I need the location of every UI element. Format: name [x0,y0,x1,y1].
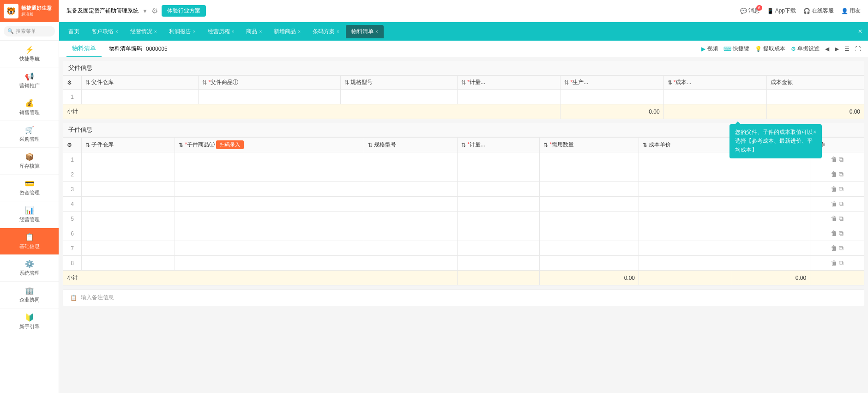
trial-button[interactable]: 体验行业方案 [162,5,206,17]
child-subtotal-label: 小计 [63,271,458,285]
list-view-btn[interactable]: ☰ [844,46,850,52]
tooltip-close[interactable]: × [813,128,816,137]
tab-new-goods-close[interactable]: × [298,29,301,34]
tab-operation-label: 经营情况 [130,28,152,36]
nav-tabs: 首页 客户联络 × 经营情况 × 利润报告 × 经营历程 × 商品 × 新增商品… [59,22,868,41]
copy-icon-r3[interactable]: ⧉ [839,185,844,193]
tab-barcode-close[interactable]: × [337,29,339,34]
delete-icon-r3[interactable]: 🗑 [831,185,837,193]
tab-operation-close[interactable]: × [154,29,157,34]
tab-operation[interactable]: 经营情况 × [125,25,163,38]
app-download-action[interactable]: 📱 App下载 [767,7,796,15]
tab-profit[interactable]: 利润报告 × [163,25,201,38]
tab-barcode[interactable]: 条码方案 × [307,25,345,38]
action-cost[interactable]: 💡 提取成本 [755,45,785,53]
copy-icon-r5[interactable]: ⧉ [839,215,844,223]
copy-icon-r6[interactable]: ⧉ [839,230,844,237]
sidebar-logo: 🐯 畅捷通好生意 标准版 [0,0,59,22]
delete-icon-r1[interactable]: 🗑 [831,156,837,163]
search-label: 搜索菜单 [16,28,36,35]
child-col-settings[interactable]: ⚙ [63,138,82,152]
delete-icon-r6[interactable]: 🗑 [831,230,837,237]
child-r1-spec[interactable] [364,152,457,167]
sidebar-item-system[interactable]: ⚙️ 系统管理 [0,255,59,282]
scan-button[interactable]: 扫码录入 [216,140,244,149]
sales-icon: 💰 [25,99,34,108]
close-all-tabs[interactable]: ✕ [856,26,864,36]
search-button[interactable]: 🔍 搜索菜单 [4,26,55,36]
tab-profit-close[interactable]: × [193,29,196,34]
copy-icon-r4[interactable]: ⧉ [839,200,844,208]
parent-cell-spec[interactable] [340,90,457,104]
parent-section-title: 父件信息 [63,61,864,75]
parent-cell-cost[interactable] [663,90,766,104]
copy-icon-r1[interactable]: ⧉ [839,156,844,163]
dropdown-icon[interactable]: ▼ [142,8,148,14]
child-r1-unit[interactable] [458,152,540,167]
sidebar-item-sales[interactable]: 💰 销售管理 [0,94,59,121]
sidebar-item-guide[interactable]: 🔰 新手引导 [0,308,59,335]
child-r2-unitprice[interactable] [639,167,732,182]
subtab-bom[interactable]: 物料清单 [66,41,102,57]
delete-icon-r4[interactable]: 🗑 [831,200,837,208]
parent-cell-goods[interactable] [199,90,341,104]
delete-icon-r5[interactable]: 🗑 [831,215,837,223]
tab-history-close[interactable]: × [232,29,235,34]
parent-cell-warehouse[interactable] [82,90,199,104]
copy-icon-r8[interactable]: ⧉ [839,259,844,267]
delete-icon-r7[interactable]: 🗑 [831,244,837,252]
action-shortcut[interactable]: ⌨ 快捷键 [723,45,749,53]
sidebar-item-marketing[interactable]: 📢 营销推广 [0,67,59,94]
child-r1-warehouse[interactable] [82,152,175,167]
sidebar-item-inventory[interactable]: 📦 库存核算 [0,148,59,175]
system-icon: ⚙️ [25,260,34,268]
tab-customer[interactable]: 客户联络 × [86,25,124,38]
child-r2-goods[interactable] [175,167,364,182]
tab-goods[interactable]: 商品 × [241,25,267,38]
settings-icon[interactable]: ⚙ [151,6,158,15]
tab-goods-close[interactable]: × [259,29,262,34]
tab-home[interactable]: 首页 [63,25,85,38]
user-action[interactable]: 👤 用友 [841,7,861,15]
tab-new-goods[interactable]: 新增商品 × [268,25,306,38]
tab-bom[interactable]: 物料清单 × [346,25,384,38]
tab-bom-label: 物料清单 [351,28,374,36]
sidebar-item-finance[interactable]: 💳 资金管理 [0,175,59,201]
sidebar-item-basicinfo[interactable]: 📋 基础信息 [0,228,59,255]
action-view[interactable]: ▶ 视频 [701,45,718,53]
copy-icon-r7[interactable]: ⧉ [839,244,844,252]
tab-customer-close[interactable]: × [115,29,118,34]
copy-icon-r2[interactable]: ⧉ [839,170,844,178]
view-label: 视频 [707,45,718,53]
delete-icon-r2[interactable]: 🗑 [831,170,837,178]
view-icon: ▶ [701,46,705,52]
sidebar-item-enterprise[interactable]: 🏢 企业协同 [0,282,59,308]
child-r1-unitprice[interactable] [639,152,732,167]
full-screen-btn[interactable]: ⛶ [855,46,861,52]
sidebar-item-quicknav[interactable]: ⚡ 快捷导航 [0,41,59,67]
sidebar-item-purchase[interactable]: 🛒 采购管理 [0,121,59,148]
action-settings[interactable]: ⚙ 单据设置 [791,45,820,53]
parent-col-settings[interactable]: ⚙ [63,76,82,90]
nav-next[interactable]: ▶ [835,46,839,52]
parent-col-produce: ⇅*生产... [561,76,663,90]
message-action[interactable]: 💬 6 消息 [740,7,760,15]
delete-icon-r8[interactable]: 🗑 [831,259,837,267]
child-r2-warehouse[interactable] [82,167,175,182]
parent-cell-produce[interactable] [561,90,663,104]
sidebar: 🐯 畅捷通好生意 标准版 🔍 搜索菜单 ⚡ 快捷导航 📢 营销推广 💰 销售管理… [0,0,59,393]
child-r1-goods[interactable] [175,152,364,167]
child-r2-qty[interactable] [540,167,639,182]
child-r2-unit[interactable] [458,167,540,182]
code-value: 0000005 [146,46,168,52]
nav-prev[interactable]: ◀ [825,46,829,52]
child-r2-spec[interactable] [364,167,457,182]
logo-icon: 🐯 [4,4,18,18]
note-text[interactable]: 输入备注信息 [81,294,857,302]
parent-cell-unit[interactable] [458,90,561,104]
child-r1-qty[interactable] [540,152,639,167]
tab-bom-close[interactable]: × [375,29,378,34]
tab-history[interactable]: 经营历程 × [202,25,240,38]
sidebar-item-operation[interactable]: 📊 经营管理 [0,201,59,228]
online-service-action[interactable]: 🎧 在线客服 [803,7,834,15]
